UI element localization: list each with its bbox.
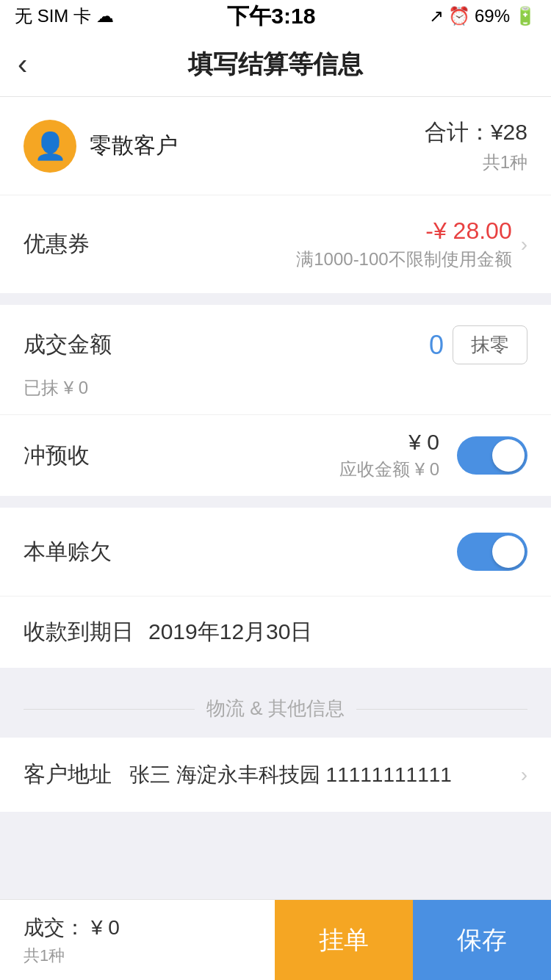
trade-amount-section: 成交金额 0 抹零 已抹 ¥ 0 冲预收 ¥ 0 应收金额 ¥ 0 [0, 305, 551, 496]
status-time: 下午3:18 [227, 1, 315, 32]
total-amount: 合计：¥28 [425, 118, 527, 148]
due-date-value: 2019年12月30日 [148, 617, 312, 647]
debt-section: 本单赊欠 收款到期日 2019年12月30日 [0, 508, 551, 668]
hold-button[interactable]: 挂单 [275, 900, 413, 980]
logistics-section-label: 物流 & 其他信息 [195, 696, 356, 721]
coupon-label: 优惠券 [24, 229, 90, 259]
logistics-header: 物流 & 其他信息 [0, 680, 551, 738]
address-row[interactable]: 客户地址 张三 海淀永丰科技园 11111111111 › [0, 738, 551, 812]
coupon-subtext: 满1000-100不限制使用金额 [296, 248, 511, 271]
customer-name: 零散客户 [90, 131, 178, 161]
customer-row: 👤 零散客户 合计：¥28 共1种 [0, 97, 551, 195]
status-right: ↗ ⏰ 69% 🔋 [429, 6, 536, 26]
location-icon: ↗ [429, 6, 444, 26]
sim-label: 无 SIM 卡 ☁ [15, 4, 114, 28]
footer-trade-row: 成交： ¥ 0 [24, 914, 251, 942]
advance-row: 冲预收 ¥ 0 应收金额 ¥ 0 [0, 414, 551, 496]
coupon-value-block: -¥ 28.00 满1000-100不限制使用金额 [296, 217, 511, 271]
hold-button-label: 挂单 [319, 923, 369, 957]
customer-total: 合计：¥28 共1种 [425, 118, 527, 174]
coupon-value: -¥ 28.00 [296, 217, 511, 245]
footer: 成交： ¥ 0 共1种 挂单 保存 [0, 899, 551, 980]
avatar: 👤 [24, 120, 76, 173]
coupon-row[interactable]: 优惠券 -¥ 28.00 满1000-100不限制使用金额 › [0, 195, 551, 293]
advance-right: ¥ 0 应收金额 ¥ 0 [339, 430, 439, 481]
coupon-right: -¥ 28.00 满1000-100不限制使用金额 › [296, 217, 527, 271]
nav-bar: ‹ 填写结算等信息 [0, 32, 551, 97]
trade-amount-sub: 已抹 ¥ 0 [0, 376, 551, 414]
customer-left: 👤 零散客户 [24, 120, 178, 173]
advance-toggle[interactable] [457, 436, 527, 475]
save-button[interactable]: 保存 [413, 900, 551, 980]
advance-label: 冲预收 [24, 441, 90, 471]
total-count: 共1种 [425, 151, 527, 174]
trade-amount-value: 0 [429, 330, 444, 361]
battery-label: 69% [475, 6, 510, 26]
debt-toggle-knob [492, 536, 525, 568]
page-title: 填写结算等信息 [188, 48, 363, 82]
trade-amount-row: 成交金额 0 抹零 [0, 305, 551, 376]
advance-sub: 应收金额 ¥ 0 [339, 458, 439, 481]
alarm-icon: ⏰ [448, 6, 470, 26]
address-label: 客户地址 [24, 760, 112, 790]
customer-section: 👤 零散客户 合计：¥28 共1种 优惠券 -¥ 28.00 满1000-100… [0, 97, 551, 293]
address-section: 客户地址 张三 海淀永丰科技园 11111111111 › [0, 738, 551, 812]
footer-count: 共1种 [24, 945, 251, 967]
battery-icon: 🔋 [514, 6, 536, 26]
footer-info: 成交： ¥ 0 共1种 [0, 900, 275, 980]
back-button[interactable]: ‹ [18, 48, 27, 81]
round-zero-button[interactable]: 抹零 [453, 325, 527, 364]
due-date-label: 收款到期日 [24, 617, 134, 647]
save-button-label: 保存 [457, 923, 507, 957]
due-date-row: 收款到期日 2019年12月30日 [0, 596, 551, 668]
main-content: 👤 零散客户 合计：¥28 共1种 优惠券 -¥ 28.00 满1000-100… [0, 97, 551, 912]
status-bar: 无 SIM 卡 ☁ 下午3:18 ↗ ⏰ 69% 🔋 [0, 0, 551, 32]
avatar-icon: 👤 [34, 131, 67, 162]
address-value: 张三 海淀永丰科技园 11111111111 [129, 761, 521, 789]
advance-amount: ¥ 0 [339, 430, 439, 455]
address-chevron-icon: › [521, 763, 527, 787]
trade-amount-right: 0 抹零 [429, 325, 527, 364]
advance-toggle-knob [492, 439, 525, 472]
footer-trade-value: ¥ 0 [91, 916, 120, 940]
debt-row: 本单赊欠 [0, 508, 551, 596]
debt-toggle[interactable] [457, 533, 527, 571]
footer-trade-label: 成交： [24, 914, 85, 942]
coupon-chevron-icon: › [521, 233, 527, 256]
trade-amount-label: 成交金额 [24, 330, 112, 360]
debt-label: 本单赊欠 [24, 537, 112, 567]
status-left: 无 SIM 卡 ☁ [15, 4, 114, 28]
